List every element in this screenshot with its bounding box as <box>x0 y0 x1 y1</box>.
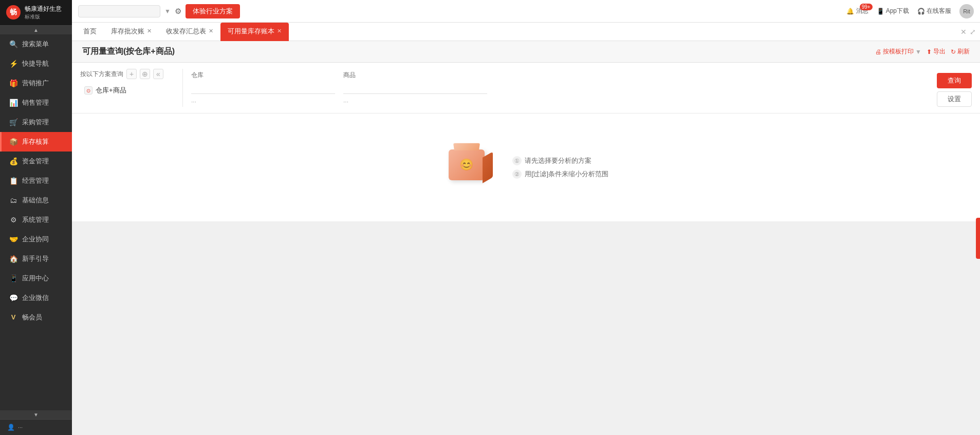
sidebar-user-label: ··· <box>18 424 23 430</box>
scheme-item-warehouse-goods[interactable]: ⊙ 仓库+商品 <box>80 83 176 98</box>
tab-batch[interactable]: 库存批次账 ✕ <box>104 23 159 41</box>
sidebar-item-operations[interactable]: 📋 经营管理 <box>0 171 72 191</box>
trial-industry-button[interactable]: 体验行业方案 <box>186 4 240 18</box>
bell-icon: 🔔 <box>846 8 854 15</box>
main-area: ▼ ⚙ 体验行业方案 🔔 消息 99+ 📱 App下载 🎧 在线客服 Rit <box>72 0 980 435</box>
user-avatar-icon: 👤 <box>7 424 15 431</box>
sidebar-item-base[interactable]: 🗂 基础信息 <box>0 191 72 210</box>
tab-batch-close-icon[interactable]: ✕ <box>147 28 152 34</box>
app-download-button[interactable]: 📱 App下载 <box>877 7 909 15</box>
empty-hints: ① 请先选择要分析的方案 ② 用[过滤]条件来缩小分析范围 <box>512 156 608 179</box>
goods-filter-input[interactable] <box>343 82 487 94</box>
gear-icon: ⚙ <box>9 216 18 224</box>
sidebar-item-finance[interactable]: 💰 资金管理 <box>0 152 72 171</box>
inventory-icon: 📦 <box>9 138 18 146</box>
sidebar-item-enterprise[interactable]: 🤝 企业协同 <box>0 230 72 249</box>
scheme-header: 按以下方案查询 + ⊕ « <box>80 69 176 79</box>
column-settings-button[interactable]: 设置 <box>937 91 972 107</box>
folder-icon: 🗂 <box>9 196 18 204</box>
filter-area: 仓库 ··· 商品 ··· 查询 设置 <box>191 69 972 107</box>
sidebar-item-system[interactable]: ⚙ 系统管理 <box>0 210 72 230</box>
chart-icon: 📊 <box>9 99 18 107</box>
warehouse-more-button[interactable]: ··· <box>191 98 335 105</box>
search-input[interactable] <box>78 5 160 17</box>
sidebar: 畅 畅康通好生意 标准版 ▲ 🔍 搜索菜单 ⚡ 快捷导航 🎁 营销推广 📊 销售… <box>0 0 72 435</box>
sidebar-item-search[interactable]: 🔍 搜索菜单 <box>0 34 72 54</box>
goods-more-button[interactable]: ··· <box>343 98 487 105</box>
query-btn-group: 查询 设置 <box>937 71 972 107</box>
tabs-bar: 首页 库存批次账 ✕ 收发存汇总表 ✕ 可用量库存账本 ✕ ✕ ⤢ <box>72 23 980 41</box>
sidebar-item-member[interactable]: V 畅会员 <box>0 308 72 327</box>
refresh-icon: ↻ <box>951 48 956 55</box>
tab-home[interactable]: 首页 <box>76 23 104 41</box>
collapse-scheme-button[interactable]: « <box>153 69 163 79</box>
search-chevron-icon[interactable]: ▼ <box>164 8 171 15</box>
chat-icon: 💬 <box>9 294 18 302</box>
export-button[interactable]: ⬆ 导出 <box>927 47 946 56</box>
message-button[interactable]: 🔔 消息 99+ <box>846 7 868 15</box>
sidebar-item-inventory[interactable]: 📦 库存核算 <box>0 132 72 152</box>
topbar: ▼ ⚙ 体验行业方案 🔔 消息 99+ 📱 App下载 🎧 在线客服 Rit <box>72 0 980 23</box>
sidebar-header: 畅 畅康通好生意 标准版 <box>0 0 72 26</box>
warehouse-filter-group: 仓库 ··· <box>191 71 335 105</box>
sidebar-item-sales[interactable]: 📊 销售管理 <box>0 93 72 112</box>
sidebar-item-purchase[interactable]: 🛒 采购管理 <box>0 112 72 132</box>
flash-icon: ⚡ <box>9 60 18 68</box>
hint-2-number: ② <box>512 169 522 179</box>
sidebar-item-wechat[interactable]: 💬 企业微信 <box>0 288 72 308</box>
hint-1-text: 请先选择要分析的方案 <box>525 156 591 165</box>
add-scheme-button[interactable]: + <box>126 69 137 79</box>
tab-summary-close-icon[interactable]: ✕ <box>209 28 213 34</box>
topbar-right: 🔔 消息 99+ 📱 App下载 🎧 在线客服 Rit <box>846 4 974 18</box>
headset-icon: 🎧 <box>917 8 925 15</box>
money-icon: 💰 <box>9 157 18 165</box>
sidebar-item-apps[interactable]: 📱 应用中心 <box>0 269 72 288</box>
empty-state: 😊 ① 请先选择要分析的方案 ② 用[过滤]条件来缩小分析范围 <box>72 114 980 221</box>
page-title: 可用量查询(按仓库+商品) <box>82 46 175 57</box>
gift-icon: 🎁 <box>9 79 18 87</box>
cart-icon: 🛒 <box>9 118 18 126</box>
tab-available-close-icon[interactable]: ✕ <box>277 28 282 34</box>
sidebar-bottom-user[interactable]: 👤 ··· <box>0 419 72 435</box>
printer-icon: 🖨 <box>875 48 881 55</box>
sidebar-item-newbie[interactable]: 🏠 新手引导 <box>0 249 72 269</box>
print-button[interactable]: 🖨 按模板打印 ▼ <box>875 47 921 56</box>
online-service-button[interactable]: 🎧 在线客服 <box>917 7 951 15</box>
sidebar-menu: 🔍 搜索菜单 ⚡ 快捷导航 🎁 营销推广 📊 销售管理 🛒 采购管理 📦 库存核… <box>0 34 72 410</box>
member-icon: V <box>9 313 18 321</box>
empty-hint-2: ② 用[过滤]条件来缩小分析范围 <box>512 169 608 179</box>
settings-gear-icon[interactable]: ⚙ <box>175 7 181 16</box>
warehouse-filter-input[interactable] <box>191 82 335 94</box>
query-area: 按以下方案查询 + ⊕ « ⊙ 仓库+商品 仓库 ··· 商品 <box>72 63 980 114</box>
handshake-icon: 🤝 <box>9 235 18 243</box>
tab-available[interactable]: 可用量库存账本 ✕ <box>220 23 289 41</box>
sidebar-scroll-down[interactable]: ▼ <box>0 410 72 419</box>
tab-expand-icon[interactable]: ⤢ <box>970 28 976 36</box>
home-icon: 🏠 <box>9 255 18 263</box>
query-button[interactable]: 查询 <box>937 73 972 88</box>
empty-hint-1: ① 请先选择要分析的方案 <box>512 156 608 165</box>
print-chevron-icon: ▼ <box>915 48 921 55</box>
clipboard-icon: 📋 <box>9 177 18 185</box>
tab-close-all-icon[interactable]: ✕ <box>960 28 967 36</box>
phone-icon: 📱 <box>877 8 884 15</box>
sidebar-item-shortcut[interactable]: ⚡ 快捷导航 <box>0 54 72 73</box>
empty-illustration: 😊 ① 请先选择要分析的方案 ② 用[过滤]条件来缩小分析范围 <box>443 144 608 191</box>
search-icon: 🔍 <box>9 40 18 48</box>
refresh-button[interactable]: ↻ 刷新 <box>951 47 970 56</box>
brand-logo: 畅 <box>6 5 21 20</box>
tab-summary[interactable]: 收发存汇总表 ✕ <box>159 23 220 41</box>
goods-filter-group: 商品 ··· <box>343 71 487 105</box>
scheme-settings-button[interactable]: ⊕ <box>140 69 150 79</box>
sidebar-item-marketing[interactable]: 🎁 营销推广 <box>0 73 72 93</box>
page-content: 可用量查询(按仓库+商品) 🖨 按模板打印 ▼ ⬆ 导出 ↻ 刷新 <box>72 41 980 435</box>
scheme-item-icon: ⊙ <box>84 86 93 94</box>
user-avatar[interactable]: Rit <box>959 4 974 18</box>
export-icon: ⬆ <box>927 48 932 55</box>
scheme-panel: 按以下方案查询 + ⊕ « ⊙ 仓库+商品 <box>80 69 183 107</box>
goods-filter-label: 商品 <box>343 71 487 80</box>
mobile-icon: 📱 <box>9 274 18 282</box>
page-actions: 🖨 按模板打印 ▼ ⬆ 导出 ↻ 刷新 <box>875 47 970 56</box>
sidebar-scroll-up[interactable]: ▲ <box>0 26 72 34</box>
hint-2-text: 用[过滤]条件来缩小分析范围 <box>525 169 608 179</box>
